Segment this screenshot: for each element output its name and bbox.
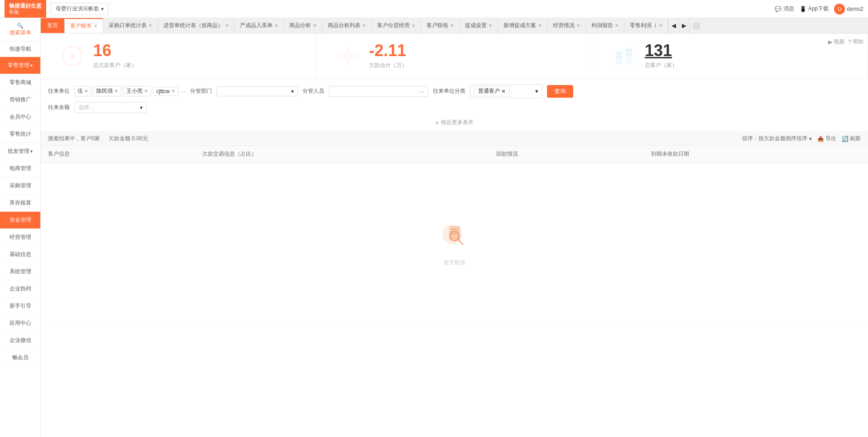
sidebar-item-retail-mgmt[interactable]: 零售管理 ▾ xyxy=(0,57,40,74)
tab-customer-contact-label: 客户联络 xyxy=(427,22,448,29)
filter-classify-select[interactable]: 普通客户 ✕ ▾ xyxy=(470,84,542,98)
search-icon: 🔍 xyxy=(17,23,24,29)
sidebar-item-ecommerce-label: 电商管理 xyxy=(10,165,31,171)
tag-close-wang[interactable]: ✕ xyxy=(144,88,148,94)
tab-customer-layer[interactable]: 客户分层经营 ✕ xyxy=(372,18,421,33)
filter-tag-wu[interactable]: 伍 ✕ xyxy=(74,86,91,96)
sidebar-item-member-label: 畅会员 xyxy=(12,354,29,361)
tab-operations-label: 经营情况 xyxy=(553,22,575,29)
tab-new-commission[interactable]: 新增提成方案 ✕ xyxy=(498,18,547,33)
sidebar-item-basic-info[interactable]: 基础信息 xyxy=(0,246,40,263)
tag-close-cjttcw[interactable]: ✕ xyxy=(171,88,175,94)
sidebar-item-enterprise[interactable]: 企业协同 xyxy=(0,280,40,298)
sidebar-item-inventory[interactable]: 库存核算 xyxy=(0,195,40,212)
tab-close-icon3[interactable]: ✕ xyxy=(225,23,229,28)
tab-close-icon12[interactable]: ✕ xyxy=(615,23,619,28)
sidebar-item-wholesale[interactable]: 批发管理 ▾ xyxy=(0,143,40,160)
refresh-button[interactable]: 🔄 刷新 xyxy=(842,135,861,142)
filter-tag-cjttcw[interactable]: cjttcw ✕ xyxy=(153,87,178,96)
stats-bar: ¥ 16 总欠款客户（家） xyxy=(41,33,868,79)
filter-tag-wang[interactable]: 王小亮 ✕ xyxy=(123,86,151,96)
filter-person-select[interactable]: ··· xyxy=(329,86,428,97)
sidebar-item-app-center[interactable]: 应用中心 xyxy=(0,315,40,332)
sidebar-item-member-center[interactable]: 会员中心 xyxy=(0,109,40,126)
tab-home[interactable]: 首页 xyxy=(41,18,65,33)
filter-more-btn[interactable]: ··· xyxy=(180,88,186,95)
filter-balance-select[interactable]: 选择... ▾ xyxy=(74,102,147,113)
tab-prev-btn[interactable]: ◀ xyxy=(668,18,679,33)
sidebar-search-label: 搜索菜单 xyxy=(0,29,40,37)
user-profile[interactable]: D demo2 xyxy=(834,4,863,14)
svg-rect-10 xyxy=(627,53,629,55)
tab-close-icon8[interactable]: ✕ xyxy=(450,23,454,28)
tab-customer-contact[interactable]: 客户联络 ✕ xyxy=(421,18,460,33)
export-button[interactable]: 📤 导出 xyxy=(817,135,836,142)
svg-rect-14 xyxy=(451,229,457,230)
tab-product-analysis-list[interactable]: 商品分析列表 ✕ xyxy=(322,18,372,33)
tab-purchase-order[interactable]: 采购订单统计表 ✕ xyxy=(103,18,158,33)
sidebar-item-wechat[interactable]: 企业微信 xyxy=(0,332,40,349)
video-icon: ▶ xyxy=(828,39,832,45)
result-sort[interactable]: 排序：按欠款金额倒序排序 ▾ xyxy=(742,135,812,142)
tab-close-icon13[interactable]: ✕ xyxy=(659,23,662,28)
tab-close-icon9[interactable]: ✕ xyxy=(489,23,492,28)
col-customer-info: 客户信息 xyxy=(41,146,195,163)
filter-dept-select[interactable]: ▾ xyxy=(216,86,298,96)
sidebar-item-system[interactable]: 系统管理 xyxy=(0,263,40,280)
message-button[interactable]: 💬 消息 xyxy=(775,5,794,13)
collapse-button[interactable]: ∧ 收起更多条件 xyxy=(48,119,861,126)
sidebar-item-finance[interactable]: 资金管理 xyxy=(0,212,40,229)
sidebar-item-member[interactable]: 畅会员 xyxy=(0,349,40,366)
collapse-label: 收起更多条件 xyxy=(441,119,474,126)
stat-values-customers: 16 总欠款客户（家） xyxy=(93,43,137,69)
sidebar-item-ecommerce[interactable]: 电商管理 xyxy=(0,160,40,177)
tab-operations[interactable]: 经营情况 ✕ xyxy=(547,18,586,33)
svg-rect-4 xyxy=(617,52,619,54)
tab-close-icon2[interactable]: ✕ xyxy=(149,23,152,28)
sidebar-item-newbie[interactable]: 新手引导 xyxy=(0,298,40,315)
tab-close-icon7[interactable]: ✕ xyxy=(412,23,415,28)
sidebar-quick-nav[interactable]: 快捷导航 xyxy=(0,42,40,57)
sidebar-item-retail-stats[interactable]: 零售统计 xyxy=(0,126,40,143)
tab-close-icon[interactable]: ✕ xyxy=(94,24,97,28)
sidebar-item-retail-mall[interactable]: 零售商城 xyxy=(0,74,40,91)
tab-commission-settings[interactable]: 提成设置 ✕ xyxy=(460,18,498,33)
sidebar-item-purchase[interactable]: 采购管理 xyxy=(0,177,40,195)
logo-text-line1: 畅捷通好生意 xyxy=(9,3,42,9)
account-selector[interactable]: 母婴行业演示帐套 ▾ xyxy=(51,3,109,15)
sidebar-search[interactable]: 🔍 搜索菜单 xyxy=(0,18,40,42)
tab-new-commission-label: 新增提成方案 xyxy=(504,22,536,29)
stat-card-customers: ¥ 16 总欠款客户（家） xyxy=(41,33,317,78)
tab-close-icon5[interactable]: ✕ xyxy=(313,23,317,28)
tab-inbound-stats[interactable]: 进货单统计表（按商品） ✕ xyxy=(158,18,235,33)
filter-classify-label: 往来单位分类 xyxy=(433,87,465,95)
tag-close-wu[interactable]: ✕ xyxy=(84,88,88,94)
export-icon: 📤 xyxy=(817,136,824,142)
tab-retail-profit[interactable]: 零售利润（ ✕ xyxy=(624,18,668,33)
sidebar-item-member-center-label: 会员中心 xyxy=(10,114,31,120)
tag-close-chen[interactable]: ✕ xyxy=(114,88,118,94)
tab-expand-btn[interactable]: ⬜ xyxy=(689,18,702,33)
filter-dept-label: 分管部门 xyxy=(190,87,212,95)
query-button[interactable]: 查询 xyxy=(547,85,573,98)
stat-label-debt: 欠款合计（万） xyxy=(369,62,407,69)
video-help-btn[interactable]: ▶ 视频 xyxy=(828,38,844,46)
tab-profit-report[interactable]: 利润报告 ✕ xyxy=(586,18,624,33)
tab-customer-ledger[interactable]: 客户账本 ✕ xyxy=(65,18,103,33)
tag-close-normal[interactable]: ✕ xyxy=(501,88,506,95)
sidebar-item-operations[interactable]: 经营管理 xyxy=(0,229,40,246)
sidebar-item-marketing[interactable]: 营销推广 xyxy=(0,91,40,109)
app-download-button[interactable]: 📱 App下载 xyxy=(800,5,829,13)
tab-close-icon10[interactable]: ✕ xyxy=(538,23,542,28)
tab-product-analysis[interactable]: 商品分析 ✕ xyxy=(284,18,322,33)
tab-close-icon11[interactable]: ✕ xyxy=(576,23,580,28)
tab-next-btn[interactable]: ▶ xyxy=(679,18,689,33)
empty-text: 暂无数据 xyxy=(444,259,465,266)
tab-close-icon6[interactable]: ✕ xyxy=(362,23,366,28)
filter-classify-tag-normal[interactable]: 普通客户 ✕ xyxy=(474,86,510,96)
tab-close-icon4[interactable]: ✕ xyxy=(274,23,278,28)
filter-tag-chen[interactable]: 陈民强 ✕ xyxy=(93,86,121,96)
doc-help-btn[interactable]: ? 帮助 xyxy=(848,38,863,46)
chevron-down-icon5: ▾ xyxy=(809,136,812,142)
tab-product-inbound[interactable]: 产成品入库单 ✕ xyxy=(235,18,284,33)
